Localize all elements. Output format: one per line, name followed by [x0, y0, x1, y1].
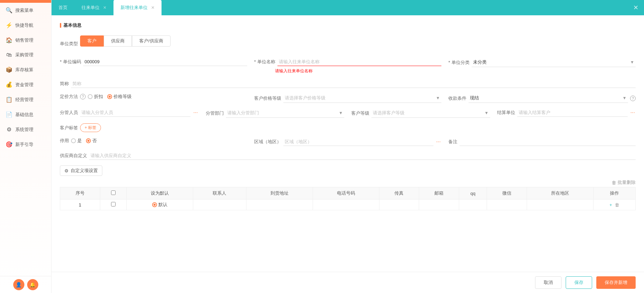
batch-delete-area: 🗑 批量删除 — [60, 179, 636, 186]
sidebar-item-finance[interactable]: 💰 资金管理 — [0, 77, 51, 92]
sidebar-item-purchase[interactable]: 🛍 采购管理 — [0, 48, 51, 62]
row-default-radio[interactable]: 默认 — [129, 202, 191, 208]
form-area: 基本信息 单位类型 客户 供应商 客户/供应商 * 单位编码 * 单位名称 — [52, 15, 644, 272]
money-icon: 💰 — [6, 81, 13, 88]
unit-category-label: * 单位分类 — [448, 59, 470, 66]
unit-type-row: 单位类型 客户 供应商 客户/供应商 — [60, 35, 636, 52]
col-header-action: 操作 — [593, 187, 635, 200]
unit-type-btn-customer[interactable]: 客户 — [80, 35, 104, 47]
payment-terms-help-icon[interactable]: ? — [630, 96, 636, 101]
row-add-icon[interactable]: + — [610, 202, 612, 207]
table-header-row: 序号 设为默认 联系人 到货地址 电话号码 传真 邮箱 qq 微信 所在地区 操… — [60, 187, 636, 200]
disabled-field: 停用 是 否 — [60, 138, 247, 144]
short-name-input[interactable] — [71, 80, 636, 88]
pricing-help-icon[interactable]: ? — [80, 94, 86, 99]
table-row: 1 默认 — [60, 200, 636, 210]
form-row-short-name: 简称 — [60, 80, 636, 88]
save-and-new-button[interactable]: 保存并新增 — [596, 276, 636, 289]
disabled-radio-yes[interactable]: 是 — [71, 138, 82, 144]
custom-settings-label: 自定义项设置 — [71, 168, 98, 174]
col-header-region: 所在地区 — [527, 187, 593, 200]
box-icon: 📦 — [6, 66, 13, 73]
payment-terms-select[interactable]: 现结 ▼ — [469, 93, 628, 103]
tab-partner-label: 往来单位 — [81, 5, 100, 11]
row-region — [527, 200, 593, 210]
sidebar-top-accent — [0, 0, 51, 3]
sidebar-item-search[interactable]: 🔍 搜索菜单 — [0, 3, 51, 18]
sidebar-item-inventory[interactable]: 📦 库存核算 — [0, 62, 51, 77]
radio-no-label: 否 — [92, 138, 97, 144]
row-delete-icon[interactable]: 🗑 — [615, 202, 619, 207]
region-dots[interactable]: ··· — [435, 139, 441, 145]
tab-add-partner-close[interactable]: ✕ — [151, 5, 155, 10]
main-content: 首页 往来单位 ✕ 新增往来单位 ✕ ✕ 基本信息 单位类型 客户 供应商 客户… — [52, 0, 644, 293]
row-fax — [379, 200, 419, 210]
doc-icon: 📄 — [6, 111, 13, 118]
billing-unit-input[interactable] — [517, 108, 628, 117]
close-all-tabs[interactable]: ✕ — [633, 4, 638, 11]
pricing-radio-discount[interactable]: 折扣 — [88, 93, 103, 100]
region-input[interactable] — [283, 138, 433, 146]
sidebar-item-guide[interactable]: 🎯 新手引导 — [0, 137, 51, 152]
radio-level-circle — [107, 94, 112, 99]
select-all-checkbox[interactable] — [111, 190, 116, 195]
sidebar-item-system[interactable]: ⚙ 系统管理 — [0, 122, 51, 137]
sidebar-item-basic[interactable]: 📄 基础信息 — [0, 107, 51, 122]
supplier-custom-field: 供应商自定义 — [60, 152, 636, 160]
tab-partner[interactable]: 往来单位 ✕ — [74, 0, 113, 15]
department-select[interactable]: 请输入分管部门 ▼ — [226, 108, 345, 118]
department-placeholder: 请输入分管部门 — [227, 110, 259, 116]
tab-partner-close[interactable]: ✕ — [103, 5, 107, 10]
unit-name-input[interactable] — [277, 58, 441, 66]
tab-bar: 首页 往来单位 ✕ 新增往来单位 ✕ ✕ — [52, 0, 644, 15]
billing-unit-dots[interactable]: ··· — [630, 109, 636, 116]
chevron-down-icon-5: ▼ — [485, 111, 489, 115]
col-header-address: 到货地址 — [246, 187, 313, 200]
payment-terms-field: 收款条件 现结 ▼ ? — [448, 93, 636, 103]
col-header-email: 邮箱 — [419, 187, 459, 200]
row-email — [419, 200, 459, 210]
unit-code-input[interactable] — [83, 58, 247, 66]
sidebar-item-label: 基础信息 — [15, 112, 33, 118]
disabled-radio-no[interactable]: 否 — [86, 138, 97, 144]
batch-delete-button[interactable]: 🗑 批量删除 — [612, 179, 636, 186]
row-checkbox-input[interactable] — [111, 202, 116, 206]
unit-type-btn-both[interactable]: 客户/供应商 — [132, 35, 171, 47]
unit-type-buttons: 客户 供应商 客户/供应商 — [80, 35, 171, 47]
user-avatar[interactable]: 👤 — [13, 279, 24, 290]
manager-dots[interactable]: ··· — [193, 109, 198, 116]
unit-type-btn-supplier[interactable]: 供应商 — [104, 35, 132, 47]
cancel-button[interactable]: 取消 — [535, 276, 561, 289]
add-tag-button[interactable]: + 标签 — [80, 123, 101, 132]
sidebar-item-operations[interactable]: 📋 经营管理 — [0, 92, 51, 107]
short-name-field: 简称 — [60, 80, 636, 88]
row-contact — [193, 200, 246, 210]
manager-input[interactable] — [80, 108, 190, 117]
disabled-label: 停用 — [60, 138, 69, 144]
remark-input[interactable] — [460, 138, 636, 146]
tab-home[interactable]: 首页 — [52, 0, 74, 15]
sidebar-item-label: 库存核算 — [15, 67, 33, 73]
custom-settings-button[interactable]: ⚙ 自定义项设置 — [60, 165, 102, 176]
tab-add-partner[interactable]: 新增往来单位 ✕ — [113, 0, 162, 15]
sidebar-item-quick-nav[interactable]: ⚡ 快捷导航 — [0, 18, 51, 33]
radio-yes-circle — [71, 138, 76, 143]
remark-label: 备注 — [448, 139, 457, 145]
notification-icon[interactable]: 🔔 — [27, 279, 38, 290]
supplier-custom-input[interactable] — [89, 152, 636, 160]
payment-terms-value: 现结 — [470, 95, 479, 101]
target-icon: 🎯 — [6, 141, 13, 148]
form-row-pricing: 定价方法 ? 折扣 价格等级 客户价格等级 请选择客户价格等级 — [60, 93, 636, 103]
tab-add-partner-label: 新增往来单位 — [120, 5, 148, 11]
customer-level-select[interactable]: 请选择客户等级 ▼ — [371, 108, 490, 118]
customer-price-level-select[interactable]: 请选择客户价格等级 ▼ — [283, 93, 441, 103]
unit-code-field: * 单位编码 — [60, 58, 247, 66]
sidebar-item-sales[interactable]: 🏠 销售管理 — [0, 33, 51, 48]
save-button[interactable]: 保存 — [566, 276, 592, 289]
unit-category-select[interactable]: 未分类 ▼ — [472, 58, 636, 67]
form-row-1: * 单位编码 * 单位名称 请输入往来单位名称 * 单位分类 未分类 — [60, 58, 636, 74]
sidebar-item-label: 销售管理 — [15, 37, 33, 43]
unit-name-field: * 单位名称 请输入往来单位名称 — [254, 58, 441, 74]
pricing-radio-level[interactable]: 价格等级 — [107, 93, 132, 100]
batch-delete-icon: 🗑 — [612, 180, 616, 185]
